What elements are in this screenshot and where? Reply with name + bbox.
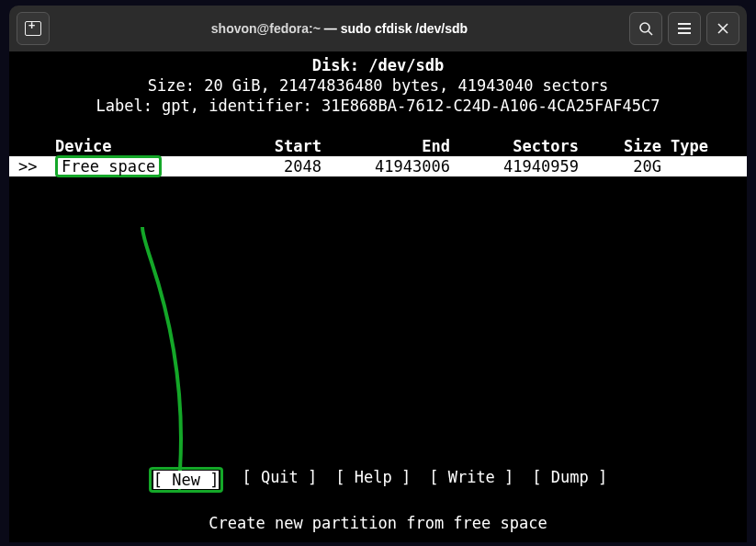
menu-new[interactable]: [ New ]	[149, 467, 224, 493]
new-tab-icon	[25, 21, 41, 36]
close-icon	[717, 22, 729, 35]
title-user-host-cwd: shovon@fedora:~	[211, 21, 321, 36]
terminal-area[interactable]: Disk: /dev/sdb Size: 20 GiB, 21474836480…	[9, 51, 747, 542]
partition-row-selected[interactable]: >> Free space 2048 41943006 41940959 20G	[9, 156, 747, 176]
disk-label-line: Label: gpt, identifier: 31E868BA-7612-C2…	[9, 96, 747, 116]
free-space-highlight: Free space	[55, 155, 162, 177]
action-menu: [ New ] [ Quit ] [ Help ] [ Write ] [ Du…	[9, 467, 747, 493]
close-button[interactable]	[706, 12, 739, 45]
new-tab-button[interactable]	[17, 12, 50, 45]
col-header-device: Device	[46, 136, 193, 156]
menu-dump[interactable]: [ Dump ]	[532, 467, 607, 493]
disk-path: /dev/sdb	[368, 56, 444, 74]
disk-header-prefix: Disk:	[312, 56, 368, 74]
title-separator: —	[321, 21, 341, 36]
disk-size-line: Size: 20 GiB, 21474836480 bytes, 4194304…	[9, 75, 747, 96]
search-icon	[638, 21, 653, 36]
menu-quit[interactable]: [ Quit ]	[242, 467, 317, 493]
annotation-arrow	[96, 225, 207, 501]
row-device: Free space	[46, 155, 193, 177]
col-header-end: End	[322, 136, 450, 156]
svg-line-1	[649, 31, 652, 35]
menu-new-label: [ New ]	[153, 471, 220, 489]
row-start: 2048	[193, 156, 322, 176]
col-header-sectors: Sectors	[450, 136, 579, 156]
hint-line: Create new partition from free space	[9, 513, 747, 533]
partition-table-header: Device Start End Sectors Size Type	[9, 136, 747, 156]
window-title: shovon@fedora:~ — sudo cfdisk /dev/sdb	[50, 21, 629, 36]
row-end: 41943006	[322, 156, 450, 176]
svg-point-0	[640, 23, 649, 32]
row-marker: >>	[18, 156, 46, 176]
menu-help[interactable]: [ Help ]	[335, 467, 411, 493]
title-command: sudo cfdisk /dev/sdb	[341, 21, 468, 36]
search-button[interactable]	[629, 12, 662, 45]
window-titlebar: shovon@fedora:~ — sudo cfdisk /dev/sdb	[9, 6, 747, 51]
disk-header: Disk: /dev/sdb	[9, 55, 747, 75]
col-header-type: Type	[661, 136, 717, 156]
menu-new-highlight: [ New ]	[149, 467, 224, 493]
hamburger-icon	[678, 23, 691, 34]
menu-button[interactable]	[668, 12, 701, 45]
menu-write[interactable]: [ Write ]	[429, 467, 513, 493]
col-header-start: Start	[193, 136, 322, 156]
row-size: 20G	[579, 156, 661, 176]
row-sectors: 41940959	[450, 156, 579, 176]
col-header-size: Size	[579, 136, 661, 156]
